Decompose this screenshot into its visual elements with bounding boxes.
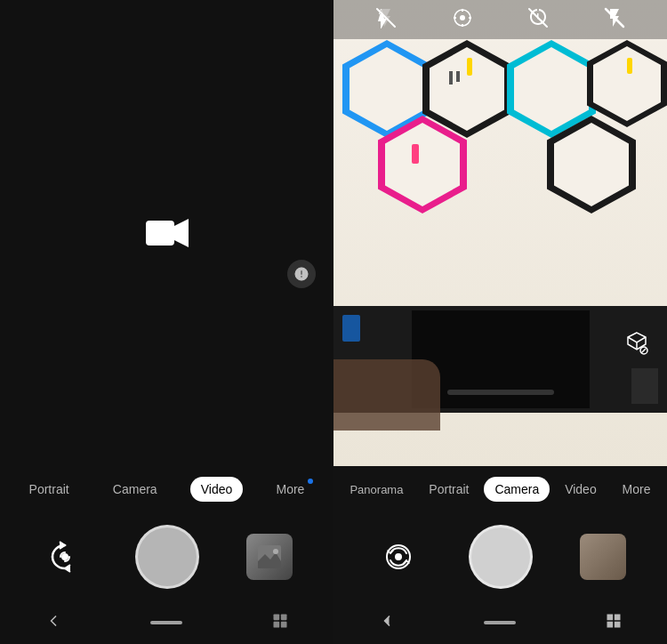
hdr-icon[interactable] (452, 7, 473, 32)
flash-off-icon[interactable] (375, 7, 397, 32)
tab-more-right[interactable]: More (612, 477, 662, 502)
shutter-button-right[interactable] (469, 525, 533, 589)
video-mode-icon (146, 215, 189, 251)
right-viewfinder[interactable] (334, 0, 667, 466)
right-top-bar (334, 0, 667, 39)
tab-camera-right[interactable]: Camera (484, 477, 550, 502)
svg-rect-8 (274, 622, 280, 628)
tab-panorama-right[interactable]: Panorama (339, 478, 414, 502)
svg-rect-7 (281, 615, 287, 621)
svg-point-5 (273, 549, 278, 554)
svg-rect-9 (281, 622, 287, 628)
svg-point-3 (62, 554, 68, 559)
svg-point-12 (460, 15, 465, 20)
camera-scene (334, 0, 667, 466)
right-nav-bar (334, 601, 667, 644)
left-viewfinder[interactable] (0, 0, 334, 466)
tab-portrait-left[interactable]: Portrait (19, 477, 80, 502)
left-nav-bar (0, 601, 334, 644)
left-camera-controls (0, 512, 334, 601)
gallery-thumbnail-right[interactable] (580, 534, 626, 580)
flash-disabled-icon[interactable] (604, 7, 625, 32)
shutter-button[interactable] (135, 525, 199, 589)
gallery-thumbnail-left[interactable] (246, 534, 293, 580)
back-button-right[interactable] (378, 612, 396, 633)
home-indicator-right[interactable] (484, 621, 516, 624)
tab-portrait-right[interactable]: Portrait (418, 477, 479, 502)
tab-more-left[interactable]: More (265, 477, 315, 502)
gallery-image-right (580, 534, 626, 580)
svg-rect-0 (146, 221, 174, 246)
ar-mode-icon[interactable] (624, 331, 653, 359)
hint-icon (287, 260, 316, 288)
tab-video-left[interactable]: Video (190, 477, 244, 502)
flip-camera-button[interactable] (42, 534, 88, 580)
svg-point-23 (396, 554, 401, 559)
recents-button-right[interactable] (605, 612, 623, 633)
left-camera-panel: Portrait Camera Video More (0, 0, 334, 644)
svg-marker-1 (174, 219, 189, 247)
tab-video-right[interactable]: Video (554, 477, 607, 502)
right-camera-controls (334, 512, 667, 601)
svg-line-21 (641, 349, 646, 353)
right-mode-tabs: Panorama Portrait Camera Video More (334, 466, 667, 512)
right-camera-panel: Panorama Portrait Camera Video More (334, 0, 667, 644)
home-indicator-left[interactable] (150, 621, 182, 624)
left-mode-tabs: Portrait Camera Video More (0, 466, 334, 512)
timer-icon[interactable] (527, 7, 549, 32)
hand-area (334, 359, 440, 431)
gallery-image-left (246, 534, 293, 580)
back-button-left[interactable] (44, 612, 62, 633)
flip-camera-button-right[interactable] (375, 534, 422, 580)
svg-rect-6 (274, 615, 280, 621)
recents-button-left[interactable] (271, 612, 289, 633)
tab-camera-left[interactable]: Camera (102, 477, 168, 502)
